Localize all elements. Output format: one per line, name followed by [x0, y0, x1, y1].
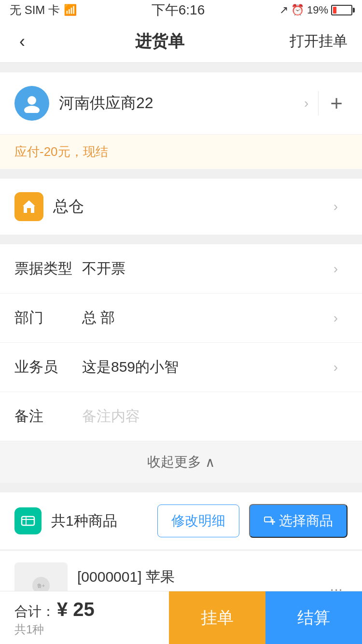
total-count: 共1种	[14, 622, 154, 637]
invoice-row[interactable]: 票据类型 不开票 ›	[0, 244, 362, 294]
collapse-label: 收起更多	[147, 453, 201, 471]
remark-label: 备注	[14, 406, 82, 426]
battery-pct: 19%	[307, 4, 328, 16]
remark-row[interactable]: 备注 备注内容	[0, 392, 362, 441]
collapse-icon: ∧	[205, 454, 215, 470]
salesman-label: 业务员	[14, 357, 82, 377]
total-amount: ¥ 25	[57, 599, 95, 620]
divider-form	[0, 483, 362, 492]
svg-point-0	[28, 96, 36, 105]
supplier-chevron-icon[interactable]: ›	[304, 96, 308, 111]
product-name: [0000001] 苹果	[77, 567, 315, 587]
invoice-value: 不开票	[82, 259, 334, 279]
supplier-name: 河南供应商22	[59, 93, 304, 114]
dept-row[interactable]: 部门 总 部 ›	[0, 294, 362, 343]
status-bar: 无 SIM 卡 📶 下午6:16 ↗ ⏰ 19%	[0, 0, 362, 20]
divider-warehouse	[0, 235, 362, 244]
divider-top	[0, 63, 362, 72]
select-product-button[interactable]: 选择商品	[249, 504, 348, 538]
collapse-button[interactable]: 收起更多 ∧	[0, 441, 362, 483]
form-section: 票据类型 不开票 › 部门 总 部 › 业务员 这是859的小智 › 备注 备注…	[0, 244, 362, 441]
product-section-icon	[14, 507, 42, 534]
bottom-bar: 合计： ¥ 25 共1种 挂单 结算	[0, 591, 362, 644]
svg-rect-2	[27, 208, 31, 213]
open-hold-button[interactable]: 打开挂单	[290, 31, 348, 51]
svg-text:鲁+: 鲁+	[37, 583, 45, 588]
nav-bar: ‹ 进货单 打开挂单	[0, 20, 362, 63]
warehouse-icon	[14, 192, 43, 221]
supplier-avatar	[14, 86, 49, 121]
alarm-icon: ⏰	[291, 4, 304, 16]
sim-label: 无 SIM 卡	[10, 2, 60, 18]
page-title: 进货单	[135, 30, 184, 53]
salesman-value: 这是859的小智	[82, 357, 334, 377]
wifi-icon: 📶	[64, 4, 77, 16]
dept-label: 部门	[14, 308, 82, 328]
svg-rect-3	[22, 517, 34, 525]
battery-fill	[333, 7, 336, 14]
salesman-row[interactable]: 业务员 这是859的小智 ›	[0, 343, 362, 392]
dept-chevron-icon: ›	[334, 310, 338, 326]
cart-icon	[20, 513, 36, 529]
status-right: ↗ ⏰ 19%	[279, 4, 352, 16]
select-product-label: 选择商品	[279, 512, 333, 530]
dept-value: 总 部	[82, 308, 334, 328]
product-code: [0000001]	[77, 569, 146, 585]
total-label: 合计：	[14, 602, 55, 621]
warehouse-name: 总仓	[53, 196, 334, 217]
warehouse-section: 总仓 ›	[0, 179, 362, 235]
settle-button[interactable]: 结算	[265, 591, 362, 644]
home-icon	[21, 198, 37, 215]
supplier-row: 河南供应商22 › +	[0, 72, 362, 135]
location-icon: ↗	[279, 4, 288, 16]
salesman-chevron-icon: ›	[334, 360, 338, 375]
select-product-icon	[264, 515, 275, 527]
battery-icon	[331, 5, 352, 15]
status-time: 下午6:16	[152, 1, 205, 19]
remark-input[interactable]: 备注内容	[82, 406, 348, 426]
invoice-chevron-icon: ›	[334, 261, 338, 277]
divider-supplier	[0, 169, 362, 179]
hold-button[interactable]: 挂单	[169, 591, 265, 644]
supplier-section: 河南供应商22 › + 应付-20元，现结	[0, 72, 362, 169]
payment-notice: 应付-20元，现结	[0, 135, 362, 169]
edit-detail-button[interactable]: 修改明细	[157, 504, 239, 537]
product-title: 苹果	[146, 569, 175, 585]
add-supplier-button[interactable]: +	[318, 91, 348, 115]
product-header: 共1种商品 修改明细 选择商品	[0, 492, 362, 550]
back-button[interactable]: ‹	[14, 27, 30, 56]
invoice-label: 票据类型	[14, 259, 82, 279]
warehouse-chevron-icon: ›	[334, 199, 338, 214]
total-section: 合计： ¥ 25 共1种	[0, 599, 169, 637]
svg-rect-6	[265, 517, 271, 522]
product-count: 共1种商品	[51, 511, 148, 531]
warehouse-row[interactable]: 总仓 ›	[0, 179, 362, 235]
svg-point-1	[24, 106, 40, 113]
status-left: 无 SIM 卡 📶	[10, 2, 77, 18]
user-icon	[22, 94, 42, 113]
